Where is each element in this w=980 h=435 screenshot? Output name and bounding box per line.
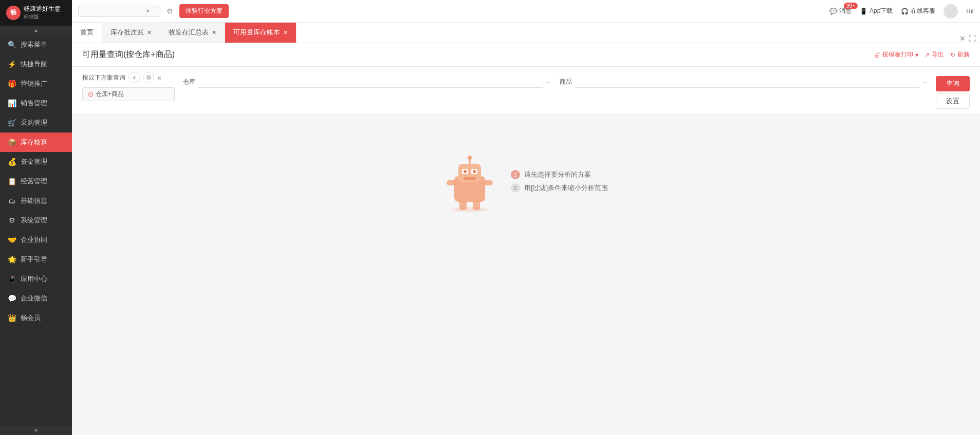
hint-num-2: 2 [511,183,520,193]
sidebar-scroll-down[interactable]: ▼ [0,426,72,435]
tab-summary[interactable]: 收发存汇总表 ✕ [160,23,225,43]
service-icon: 🎧 [901,8,909,15]
tab-batch-close[interactable]: ✕ [147,29,152,36]
export-label: 导出 [932,50,944,59]
empty-illustration [444,156,495,207]
sidebar-item-operation-label: 经营管理 [21,177,47,186]
query-filter-section: 按以下方案查询 + ⚙ « ⊙ 仓库+商品 仓库 ··· 商品 [72,67,980,115]
tab-summary-label: 收发存汇总表 [169,28,209,37]
sidebar-item-marketing[interactable]: 🎁 营销推广 [0,74,72,93]
sidebar: 畅 畅康通好生意 标准版 ▲ 🔍 搜索菜单 ⚡ 快捷导航 🎁 营销推广 📊 销售… [0,0,72,435]
sidebar-item-shortcut-label: 快捷导航 [21,60,47,69]
tab-home[interactable]: 首页 [72,23,102,43]
sidebar-item-appstore[interactable]: 📱 应用中心 [0,269,72,289]
export-icon: ↗ [924,51,930,59]
app-logo: 畅 [6,6,21,20]
add-scheme-button[interactable]: + [128,72,140,83]
industry-solution-button[interactable]: 体验行业方案 [179,4,229,18]
page-title: 可用量查询(按仓库+商品) [82,49,175,60]
tab-batch[interactable]: 库存批次账 ✕ [102,23,160,43]
sidebar-item-purchase-label: 采购管理 [21,118,47,127]
sidebar-item-sales[interactable]: 📊 销售管理 [0,93,72,113]
tab-close-button[interactable]: ✕ [959,34,966,43]
sidebar-item-finance[interactable]: 💰 资金管理 [0,152,72,172]
sidebar-item-finance-label: 资金管理 [21,157,47,166]
sidebar-item-newbie[interactable]: 🌟 新手引导 [0,250,72,269]
query-scheme-panel: 按以下方案查询 + ⚙ « ⊙ 仓库+商品 [82,72,175,101]
app-name: 畅康通好生意 [24,5,61,13]
sidebar-item-basic-label: 基础信息 [21,196,47,205]
sidebar-item-inventory[interactable]: 📦 库存核算 [0,133,72,152]
hint-num-1: 1 [511,170,520,179]
svg-rect-10 [447,180,456,185]
app-download-button[interactable]: 📱 App下载 [860,7,893,15]
newbie-icon: 🌟 [7,255,16,263]
filter-warehouse: 仓库 ··· [183,76,551,88]
sidebar-nav: 🔍 搜索菜单 ⚡ 快捷导航 🎁 营销推广 📊 销售管理 🛒 采购管理 📦 库存核… [0,35,72,426]
sidebar-item-purchase[interactable]: 🛒 采购管理 [0,113,72,133]
scheme-icon: ⊙ [88,90,94,98]
tab-available-close[interactable]: ✕ [283,29,288,36]
finance-icon: 💰 [7,158,16,166]
sidebar-scroll-up[interactable]: ▲ [0,26,72,35]
app-edition: 标准版 [24,13,61,21]
sidebar-header: 畅 畅康通好生意 标准版 [0,0,72,26]
gear-icon[interactable]: ⚙ [164,5,175,17]
refresh-button[interactable]: ↻ 刷新 [950,50,970,59]
search-input[interactable] [83,8,144,15]
system-icon: ⚙ [7,216,16,224]
svg-rect-11 [484,180,493,185]
tab-available-label: 可用量库存账本 [233,28,280,37]
filter-inputs: 仓库 ··· 商品 ··· 查询 设置 [183,72,970,109]
collapse-button[interactable]: « [157,73,161,82]
goods-label: 商品 [560,78,572,86]
sidebar-item-wechat[interactable]: 💬 企业微信 [0,289,72,308]
sidebar-item-basic[interactable]: 🗂 基础信息 [0,191,72,211]
sidebar-item-enterprise[interactable]: 🤝 企业协同 [0,230,72,250]
tab-summary-close[interactable]: ✕ [212,29,216,36]
sidebar-item-shortcut[interactable]: ⚡ 快捷导航 [0,54,72,74]
sidebar-item-system-label: 系统管理 [21,216,47,225]
message-button[interactable]: 💬 消息 99+ [829,7,852,15]
refresh-label: 刷新 [957,50,970,59]
search-box[interactable]: ▾ [78,6,160,17]
sidebar-item-inventory-label: 库存核算 [21,138,47,147]
goods-more-button[interactable]: ··· [922,79,928,86]
scheme-warehouse-goods[interactable]: ⊙ 仓库+商品 [82,87,175,101]
svg-rect-13 [473,201,480,210]
search-chevron-icon[interactable]: ▾ [146,8,149,14]
warehouse-input[interactable] [198,76,543,88]
hint-1: 1 请先选择要分析的方案 [511,170,608,179]
export-button[interactable]: ↗ 导出 [924,50,944,59]
sidebar-item-marketing-label: 营销推广 [21,79,47,88]
print-button[interactable]: 🖨 按模板打印 ▾ [874,50,918,59]
username[interactable]: Rit [966,8,974,15]
sidebar-item-member[interactable]: 👑 畅会员 [0,308,72,328]
purchase-icon: 🛒 [7,119,16,127]
tab-expand-button[interactable]: ⛶ [969,34,976,43]
settings-button[interactable]: 设置 [936,93,970,109]
scheme-settings-button[interactable]: ⚙ [143,72,154,83]
query-button[interactable]: 查询 [936,76,970,91]
svg-point-6 [473,170,476,173]
warehouse-label: 仓库 [183,78,195,86]
sidebar-item-system[interactable]: ⚙ 系统管理 [0,211,72,230]
sidebar-item-wechat-label: 企业微信 [21,294,47,303]
app-download-label: App下载 [870,7,893,15]
sidebar-item-operation[interactable]: 📋 经营管理 [0,172,72,191]
hint-text-1: 请先选择要分析的方案 [524,170,591,179]
filter-action-buttons: 查询 设置 [936,76,970,109]
sidebar-item-search[interactable]: 🔍 搜索菜单 [0,35,72,54]
topbar: ▾ ⚙ 体验行业方案 💬 消息 99+ 📱 App下载 🎧 在线客服 Rit [72,0,980,23]
warehouse-more-button[interactable]: ··· [546,79,551,86]
tab-available[interactable]: 可用量库存账本 ✕ [225,23,297,43]
online-service-button[interactable]: 🎧 在线客服 [901,7,935,15]
service-label: 在线客服 [911,7,935,15]
robot-svg [444,156,495,212]
goods-input[interactable] [575,76,919,88]
inventory-icon: 📦 [7,138,16,146]
empty-state-content: 1 请先选择要分析的方案 2 用[过滤]条件来缩小分析范围 [444,156,608,207]
tab-batch-label: 库存批次账 [110,28,144,37]
svg-point-8 [468,156,472,160]
tab-home-label: 首页 [80,28,94,37]
